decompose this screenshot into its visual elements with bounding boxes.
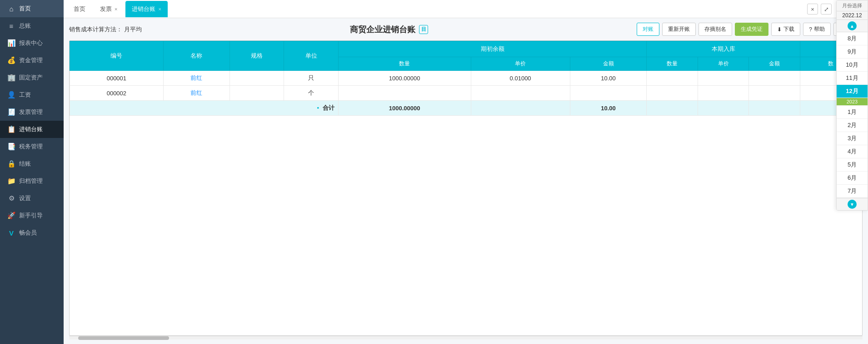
cell-unit: 个 [284, 86, 338, 101]
settings-icon: ⚙ [7, 194, 15, 202]
month-item-2023-6[interactable]: 6月 [837, 172, 868, 185]
col-inbound-amount: 金额 [749, 57, 800, 71]
sidebar-item-archive[interactable]: 📁 归档管理 [0, 172, 64, 190]
tab-invoice-close[interactable]: × [115, 6, 117, 12]
month-item-2023-4[interactable]: 4月 [837, 145, 868, 158]
sidebar-item-salary[interactable]: 👤 工资 [0, 86, 64, 103]
help-icon: ? [809, 26, 812, 33]
top-controls: 销售成本计算方法： 月平均 商贸企业进销台账 目 对账 重新开账 存摘别名 生成… [69, 23, 863, 36]
total-opening-qty: 1000.00000 [338, 101, 471, 116]
total-inbound-qty [647, 101, 698, 116]
sidebar-item-label: 设置 [19, 194, 31, 202]
sidebar-item-vip[interactable]: V 畅会员 [0, 224, 64, 241]
col-opening-balance: 期初余额 [338, 41, 647, 57]
ledger-icon: ≡ [7, 22, 15, 30]
guide-icon: 🚀 [7, 211, 15, 220]
month-nav-up-button[interactable]: ▲ [848, 21, 857, 30]
month-item-2023-7[interactable]: 7月 [837, 185, 868, 198]
close-window-button[interactable]: × [807, 4, 818, 15]
sidebar-item-purchase-sales[interactable]: 📋 进销台账 [0, 121, 64, 138]
sidebar-item-label: 畅会员 [19, 229, 37, 237]
funds-icon: 💰 [7, 56, 15, 64]
sidebar-item-label: 发票管理 [19, 108, 43, 116]
cost-method-value: 月平均 [124, 26, 142, 33]
cell-opening-price [471, 86, 570, 101]
cell-inbound-qty [647, 86, 698, 101]
col-opening-amount: 金额 [570, 57, 647, 71]
horizontal-scrollbar[interactable] [69, 336, 863, 339]
sidebar-item-label: 结账 [19, 160, 31, 168]
month-item-2023-2[interactable]: 2月 [837, 119, 868, 132]
cell-inbound-price [698, 71, 748, 86]
table-row: 000001 前红 只 1000.00000 0.01000 10.00 [70, 71, 862, 86]
assets-icon: 🏢 [7, 74, 15, 82]
sidebar-item-invoice-mgmt[interactable]: 🧾 发票管理 [0, 103, 64, 121]
reports-icon: 📊 [7, 39, 15, 47]
vip-icon: V [7, 229, 15, 237]
month-panel-nav-up: ▲ [837, 20, 868, 32]
cell-opening-price: 0.01000 [471, 71, 570, 86]
sidebar-item-guide[interactable]: 🚀 新手引导 [0, 207, 64, 224]
cell-inbound-qty [647, 71, 698, 86]
tax-icon: 📑 [7, 143, 15, 151]
col-inbound-price: 单价 [698, 57, 748, 71]
month-item-12[interactable]: 12月 [837, 85, 868, 98]
invoice-icon: 🧾 [7, 108, 15, 116]
sidebar-item-close[interactable]: 🔒 结账 [0, 155, 64, 172]
sidebar-item-funds[interactable]: 💰 资金管理 [0, 52, 64, 69]
sidebar-item-label: 税务管理 [19, 143, 43, 151]
tab-purchase-sales[interactable]: 进销台账 × [125, 1, 167, 17]
cell-inbound-amount [749, 71, 800, 86]
month-item-2023-5[interactable]: 5月 [837, 158, 868, 172]
title-info-icon[interactable]: 目 [419, 25, 428, 34]
tab-invoice[interactable]: 发票 × [94, 1, 124, 17]
help-button[interactable]: ? 帮助 [803, 23, 831, 36]
cell-opening-qty [338, 86, 471, 101]
month-item-8[interactable]: 8月 [837, 32, 868, 45]
reopen-button[interactable]: 重新开账 [662, 23, 696, 36]
col-name: 名称 [163, 41, 229, 71]
month-nav-down-button[interactable]: ▼ [848, 200, 857, 209]
sidebar-item-assets[interactable]: 🏢 固定资产 [0, 69, 64, 86]
sidebar-item-label: 新手引导 [19, 211, 43, 220]
scrollbar-thumb[interactable] [78, 336, 169, 340]
sidebar-item-reports[interactable]: 📊 报表中心 [0, 34, 64, 52]
tab-purchase-sales-close[interactable]: × [158, 6, 161, 12]
generate-voucher-button[interactable]: 生成凭证 [735, 23, 768, 36]
download-button[interactable]: ⬇ 下载 [771, 23, 800, 36]
sidebar-item-settings[interactable]: ⚙ 设置 [0, 190, 64, 207]
month-item-11[interactable]: 11月 [837, 72, 868, 85]
page-title-area: 商贸企业进销台账 目 [350, 24, 428, 35]
cell-number: 000001 [70, 71, 164, 86]
month-item-9[interactable]: 9月 [837, 45, 868, 59]
sidebar: ⌂ 首页 ≡ 总账 📊 报表中心 💰 资金管理 🏢 固定资产 👤 工资 🧾 发票… [0, 0, 64, 344]
reconcile-button[interactable]: 对账 [637, 23, 659, 36]
total-row: ▪ 合计 1000.00000 10.00 [70, 101, 862, 116]
sidebar-item-home[interactable]: ⌂ 首页 [0, 0, 64, 17]
name-link[interactable]: 前红 [190, 74, 202, 81]
month-panel-title: 月份选择 [837, 0, 868, 11]
tab-home[interactable]: 首页 [67, 1, 92, 17]
month-item-2023-1[interactable]: 1月 [837, 106, 868, 119]
month-item-10[interactable]: 10月 [837, 59, 868, 72]
sidebar-item-tax[interactable]: 📑 税务管理 [0, 138, 64, 155]
save-alias-button[interactable]: 存摘别名 [698, 23, 732, 36]
tab-invoice-label: 发票 [100, 5, 112, 13]
table-wrapper: 编号 名称 规格 单位 期初余额 本期入库 数量 单价 金额 数量 单价 [69, 40, 863, 336]
total-opening-price [471, 101, 570, 116]
year-2023-badge: 2023 [837, 98, 868, 106]
sidebar-item-ledger[interactable]: ≡ 总账 [0, 17, 64, 34]
cell-inbound-amount [749, 86, 800, 101]
window-controls: × ⤢ [807, 4, 832, 15]
table-row: 000002 前红 个 [70, 86, 862, 101]
purchase-sales-icon: 📋 [7, 125, 15, 133]
archive-icon: 📁 [7, 177, 15, 185]
tab-purchase-sales-label: 进销台账 [132, 5, 155, 13]
action-buttons: 对账 重新开账 存摘别名 生成凭证 ⬇ 下载 ? 帮助 ↻ 刷新 [637, 23, 863, 36]
total-inbound-price [698, 101, 748, 116]
month-item-2023-3[interactable]: 3月 [837, 132, 868, 145]
sidebar-item-label: 首页 [19, 5, 31, 13]
maximize-window-button[interactable]: ⤢ [821, 4, 832, 15]
name-link[interactable]: 前红 [190, 89, 202, 96]
col-unit: 单位 [284, 41, 338, 71]
